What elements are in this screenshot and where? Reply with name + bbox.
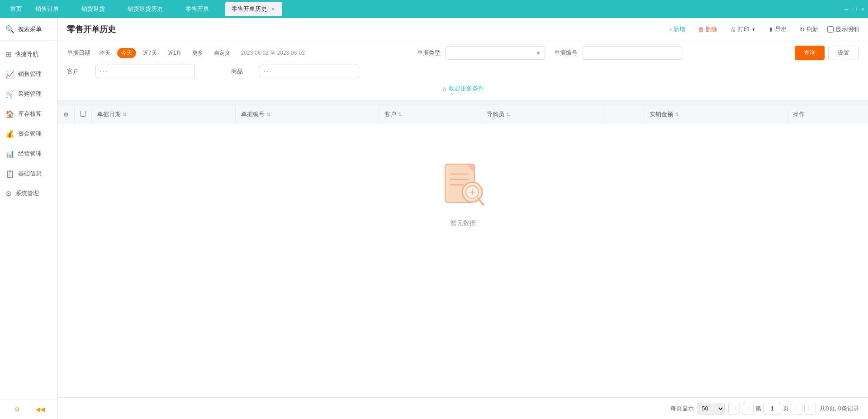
sidebar-item-sys-mgmt[interactable]: ⚙ 系统管理 (0, 184, 57, 203)
filter-date-last1month[interactable]: 近1月 (164, 48, 186, 58)
filter-customer-input[interactable]: ··· (95, 65, 195, 78)
per-page-label: 每页显示 (670, 405, 694, 413)
tab-home[interactable]: 首页 (4, 2, 28, 16)
th-salesperson-sort-icon: ⇅ (506, 112, 510, 118)
sidebar-item-inventory[interactable]: 🏠 库存核算 (0, 104, 57, 124)
filter-date-range: 2023-06-02 至 2023-06-02 (241, 49, 304, 57)
table-settings-icon[interactable]: ⚙ (63, 111, 69, 118)
print-button[interactable]: 🖨 打印 ▼ (726, 24, 759, 35)
delete-button[interactable]: 🗑 删除 (694, 24, 721, 35)
empty-state: 暂无数据 (58, 123, 868, 264)
sidebar-settings-btn[interactable]: ⚙ (10, 402, 24, 417)
sidebar-nav: ⊞ 快捷导航 📈 销售管理 🛒 采购管理 🏠 库存核算 💰 资金管理 📊 (0, 41, 57, 399)
inventory-icon: 🏠 (5, 110, 14, 118)
display-detail-toggle[interactable]: 显示明细 (827, 25, 859, 33)
filter-goods-input[interactable]: ··· (260, 65, 359, 78)
sidebar-item-purchase-mgmt[interactable]: 🛒 采购管理 (0, 84, 57, 104)
th-amount[interactable]: 实销金额 ⇅ (644, 106, 787, 123)
th-doc-no[interactable]: 单据编号 ⇅ (235, 106, 379, 123)
filter-customer-label: 客户 (67, 67, 92, 75)
filter-goods-dots: ··· (264, 67, 272, 75)
th-customer[interactable]: 客户 ⇅ (379, 106, 481, 123)
toolbar-buttons: + 新增 🗑 删除 🖨 打印 ▼ ⬆ 导出 (665, 24, 859, 35)
th-doc-date-label: 单据日期 (97, 110, 121, 118)
tab-sales-order[interactable]: 销售订单 × (29, 2, 74, 16)
sidebar-item-finance[interactable]: 💰 资金管理 (0, 124, 57, 144)
sidebar-item-quick-nav[interactable]: ⊞ 快捷导航 (0, 44, 57, 64)
filter-doc-no-item: 单据编号 (554, 46, 682, 60)
th-doc-no-label: 单据编号 (241, 110, 265, 118)
filter-date-more[interactable]: 更多 (188, 48, 207, 58)
tab-sales-return-close[interactable]: × (108, 6, 114, 12)
th-action: 操作 (787, 106, 868, 123)
tab-retail-open-history[interactable]: 零售开单历史 × (225, 2, 282, 16)
tab-sales-return-history-close[interactable]: × (166, 6, 172, 12)
print-text: 打印 (738, 25, 749, 33)
refresh-button[interactable]: ↻ 刷新 (796, 24, 822, 35)
settings-button[interactable]: 设置 (828, 46, 859, 60)
filter-date-today[interactable]: 今天 (117, 48, 136, 58)
sidebar-search[interactable]: 🔍 搜索采单 (0, 18, 57, 41)
sidebar-item-operations[interactable]: 📊 经营管理 (0, 144, 57, 164)
refresh-text: 刷新 (806, 25, 818, 33)
filter-date-custom[interactable]: 自定义 (210, 48, 234, 58)
collapse-row: ∧ 收起更多条件 (67, 83, 859, 94)
page-last-btn[interactable]: 》 (804, 403, 816, 414)
sidebar-item-base-info-label: 基础信息 (18, 169, 42, 178)
operations-icon: 📊 (5, 150, 14, 158)
page-input[interactable] (763, 403, 781, 414)
export-button[interactable]: ⬆ 导出 (765, 24, 791, 35)
display-detail-checkbox[interactable] (827, 26, 834, 33)
settings-gear-icon: ⚙ (14, 406, 20, 413)
per-page-select[interactable]: 10 20 50 100 (697, 403, 725, 414)
add-label: + 新增 (669, 25, 685, 33)
tab-retail-open-history-close[interactable]: × (270, 6, 276, 12)
sidebar-item-base-info[interactable]: 📋 基础信息 (0, 164, 57, 184)
collapse-label: 收起更多条件 (449, 85, 484, 93)
query-settings-area: 查询 设置 (795, 46, 859, 60)
page-next-btn[interactable]: 〉 (791, 403, 802, 414)
tab-sales-order-close[interactable]: × (62, 6, 68, 12)
tab-sales-return-history[interactable]: 销货退货历史 × (121, 2, 178, 16)
filter-doc-type-item: 单据类型 ▼ (417, 46, 545, 60)
filter-doc-no-input[interactable] (583, 46, 682, 60)
th-settings[interactable]: ⚙ (58, 106, 75, 123)
sys-mgmt-icon: ⚙ (5, 189, 12, 198)
table-select-all[interactable] (80, 111, 86, 117)
tab-retail-open[interactable]: 零售开单 × (179, 2, 224, 16)
sidebar: 🔍 搜索采单 ⊞ 快捷导航 📈 销售管理 🛒 采购管理 🏠 库存核算 💰 (0, 18, 58, 419)
th-doc-date[interactable]: 单据日期 ⇅ (92, 106, 236, 123)
filter-date-last7days[interactable]: 近7天 (139, 48, 161, 58)
page-total-info: 共0页, 0条记录 (820, 405, 859, 413)
th-doc-date-sort-icon: ⇅ (123, 112, 127, 118)
filter-doc-type-arrow: ▼ (536, 50, 541, 56)
tab-retail-open-close[interactable]: × (212, 6, 218, 12)
th-checkbox[interactable] (75, 106, 92, 123)
window-close-btn[interactable]: × (861, 6, 864, 13)
empty-text: 暂无数据 (451, 219, 476, 227)
window-maximize-btn[interactable]: □ (853, 6, 857, 13)
query-button[interactable]: 查询 (795, 46, 825, 60)
search-icon: 🔍 (5, 25, 14, 33)
filter-goods-label: 商品 (231, 67, 256, 75)
page-prev-btn[interactable]: 〈 (742, 403, 754, 414)
collapse-button[interactable]: ∧ 收起更多条件 (437, 83, 489, 94)
filter-doc-type-select[interactable]: ▼ (446, 46, 545, 60)
window-controls: ─ □ × (844, 6, 864, 13)
th-salesperson[interactable]: 导购员 ⇅ (481, 106, 604, 123)
th-action-label: 操作 (793, 111, 805, 118)
th-salesperson-label: 导购员 (487, 110, 504, 118)
filter-date-yesterday[interactable]: 昨天 (95, 48, 114, 58)
window-minimize-btn[interactable]: ─ (844, 6, 848, 13)
tab-retail-open-history-label: 零售开单历史 (232, 5, 267, 13)
sidebar-item-sales-mgmt[interactable]: 📈 销售管理 (0, 64, 57, 84)
add-button[interactable]: + 新增 (665, 24, 689, 35)
sidebar-collapse-btn[interactable]: ◀◀ (33, 402, 47, 417)
tab-sales-return[interactable]: 销货退货 × (75, 2, 120, 16)
page-first-btn[interactable]: 《 (728, 403, 740, 414)
display-detail-label: 显示明细 (835, 25, 859, 33)
data-table: ⚙ 单据日期 ⇅ 单据编号 (58, 106, 868, 264)
th-doc-no-sort-icon: ⇅ (266, 112, 270, 118)
collapse-up-icon: ∧ (442, 85, 447, 92)
sidebar-item-quick-nav-label: 快捷导航 (15, 50, 38, 58)
